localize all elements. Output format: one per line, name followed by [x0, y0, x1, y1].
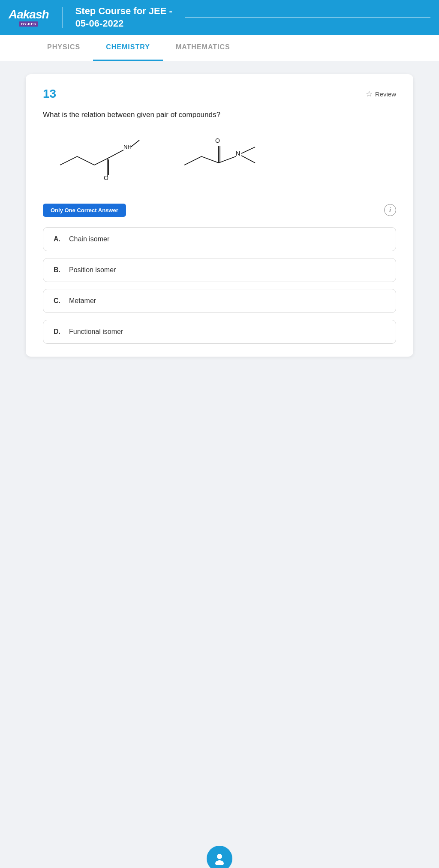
svg-line-0 [60, 156, 77, 165]
option-a-letter: A. [54, 235, 62, 243]
option-c-letter: C. [54, 297, 62, 305]
svg-point-19 [215, 860, 224, 865]
answer-type-row: Only One Correct Answer i [43, 204, 396, 217]
svg-line-10 [201, 156, 219, 163]
svg-text:N: N [236, 150, 240, 157]
app-header: Aakash BYJU'S Step Course for JEE - 05-0… [0, 0, 439, 35]
avatar-icon [213, 852, 226, 865]
chemical-structures: O NH O N [43, 131, 396, 191]
svg-text:O: O [104, 174, 108, 181]
logo-text: Aakash [9, 9, 49, 21]
info-icon[interactable]: i [384, 204, 396, 216]
question-number: 13 [43, 87, 56, 101]
option-b[interactable]: B. Position isomer [43, 258, 396, 282]
header-title: Step Course for JEE - 05-06-2022 [75, 5, 172, 30]
option-b-text: Position isomer [69, 266, 116, 274]
svg-line-8 [131, 140, 139, 147]
header-line [185, 17, 430, 18]
tab-mathematics[interactable]: MATHEMATICS [163, 35, 243, 61]
review-button[interactable]: ☆ Review [366, 89, 396, 99]
svg-line-14 [219, 156, 236, 163]
structure-1: O NH [51, 135, 137, 186]
svg-line-6 [107, 150, 123, 159]
option-d[interactable]: D. Functional isomer [43, 320, 396, 344]
logo-badge: BYJU'S [19, 21, 38, 27]
option-d-letter: D. [54, 328, 62, 336]
svg-text:O: O [215, 137, 220, 144]
option-a[interactable]: A. Chain isomer [43, 227, 396, 251]
question-card: 13 ☆ Review What is the relation between… [26, 74, 413, 357]
footer [0, 833, 439, 868]
footer-avatar [207, 846, 232, 868]
answer-type-badge: Only One Correct Answer [43, 204, 126, 217]
logo: Aakash BYJU'S [9, 9, 49, 27]
option-a-text: Chain isomer [69, 235, 109, 243]
options-container: A. Chain isomer B. Position isomer C. Me… [43, 227, 396, 344]
option-c[interactable]: C. Metamer [43, 289, 396, 313]
svg-line-9 [184, 156, 201, 165]
option-d-text: Functional isomer [69, 328, 123, 336]
option-b-letter: B. [54, 266, 62, 274]
star-icon: ☆ [366, 89, 373, 99]
review-label: Review [375, 90, 396, 98]
option-c-text: Metamer [69, 297, 96, 305]
main-content: 13 ☆ Review What is the relation between… [0, 61, 439, 833]
svg-line-2 [94, 159, 107, 165]
structure-2: O N [180, 135, 274, 186]
bottom-space [26, 357, 413, 700]
svg-line-1 [77, 156, 94, 165]
svg-line-16 [241, 147, 255, 153]
svg-point-18 [217, 854, 222, 859]
question-text: What is the relation between given pair … [43, 109, 396, 120]
tab-chemistry[interactable]: CHEMISTRY [93, 35, 163, 61]
header-divider [62, 7, 63, 28]
tab-navigation: PHYSICS CHEMISTRY MATHEMATICS [0, 35, 439, 61]
svg-line-17 [241, 156, 255, 163]
tab-physics[interactable]: PHYSICS [34, 35, 93, 61]
svg-text:NH: NH [123, 144, 132, 150]
question-header: 13 ☆ Review [43, 87, 396, 101]
